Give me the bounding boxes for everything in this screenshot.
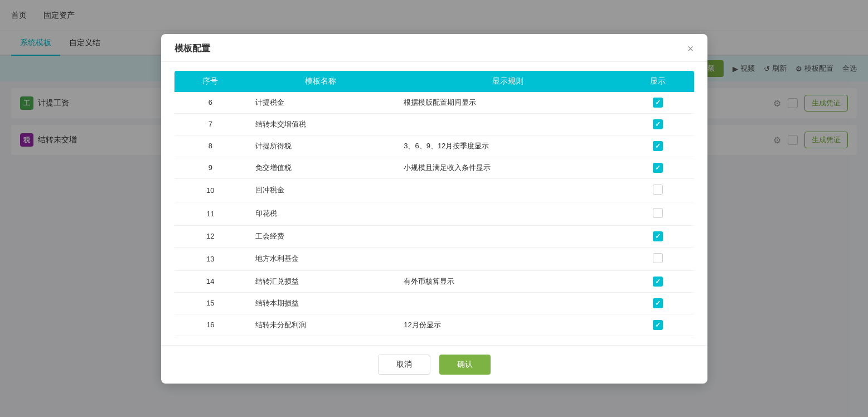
cell-rule: 12月份显示 — [395, 314, 622, 336]
cell-checkbox — [622, 113, 694, 135]
cell-id: 7 — [174, 113, 247, 135]
checkbox-16[interactable] — [653, 320, 663, 330]
checkbox-12[interactable] — [653, 231, 663, 241]
cell-id: 6 — [174, 92, 247, 114]
cell-rule: 有外币核算显示 — [395, 270, 622, 292]
cell-name: 地方水利基金 — [246, 247, 395, 270]
template-config-modal: 模板配置 × 序号 模板名称 显示规则 显示 6计提税金根据模版配置期间显示7结… — [161, 34, 707, 384]
table-row: 14结转汇兑损益有外币核算显示 — [174, 270, 694, 292]
cell-name: 印花税 — [246, 202, 395, 225]
cell-id: 14 — [174, 270, 247, 292]
cell-rule: 小规模且满足收入条件显示 — [395, 157, 622, 178]
checkbox-9[interactable] — [653, 163, 663, 173]
checkbox-8[interactable] — [653, 141, 663, 151]
cell-checkbox — [622, 225, 694, 247]
cell-rule — [395, 113, 622, 135]
cell-name: 计提所得税 — [246, 135, 395, 157]
col-header-rule: 显示规则 — [395, 71, 622, 92]
checkbox-15[interactable] — [653, 298, 663, 308]
cell-rule — [395, 292, 622, 314]
cell-rule — [395, 178, 622, 202]
close-icon[interactable]: × — [687, 43, 694, 54]
checkbox-7[interactable] — [653, 119, 663, 129]
modal-body: 序号 模板名称 显示规则 显示 6计提税金根据模版配置期间显示7结转未交增值税8… — [161, 62, 707, 345]
checkbox-14[interactable] — [653, 277, 663, 287]
confirm-button[interactable]: 确认 — [439, 355, 491, 375]
cell-checkbox — [622, 292, 694, 314]
cell-rule — [395, 247, 622, 270]
cell-rule — [395, 225, 622, 247]
cell-name: 结转未分配利润 — [246, 314, 395, 336]
cell-name: 计提税金 — [246, 92, 395, 114]
cell-checkbox — [622, 247, 694, 270]
cell-checkbox — [622, 314, 694, 336]
checkbox-6[interactable] — [653, 98, 663, 108]
cell-checkbox — [622, 270, 694, 292]
modal-header: 模板配置 × — [161, 34, 707, 62]
cell-id: 11 — [174, 202, 247, 225]
cell-id: 8 — [174, 135, 247, 157]
cell-checkbox — [622, 135, 694, 157]
cell-rule: 根据模版配置期间显示 — [395, 92, 622, 114]
checkbox-11[interactable] — [653, 208, 663, 218]
col-header-id: 序号 — [174, 71, 247, 92]
cell-id: 9 — [174, 157, 247, 178]
cell-id: 10 — [174, 178, 247, 202]
cell-id: 12 — [174, 225, 247, 247]
checkbox-13[interactable] — [653, 253, 663, 263]
cell-checkbox — [622, 202, 694, 225]
col-header-name: 模板名称 — [246, 71, 395, 92]
table-row: 13地方水利基金 — [174, 247, 694, 270]
cell-name: 回冲税金 — [246, 178, 395, 202]
cell-checkbox — [622, 178, 694, 202]
modal-footer: 取消 确认 — [161, 345, 707, 384]
table-row: 11印花税 — [174, 202, 694, 225]
col-header-display: 显示 — [622, 71, 694, 92]
cell-rule: 3、6、9、12月按季度显示 — [395, 135, 622, 157]
cell-name: 免交增值税 — [246, 157, 395, 178]
cell-name: 结转汇兑损益 — [246, 270, 395, 292]
cell-name: 结转本期损益 — [246, 292, 395, 314]
table-row: 15结转本期损益 — [174, 292, 694, 314]
table-row: 16结转未分配利润12月份显示 — [174, 314, 694, 336]
cell-id: 15 — [174, 292, 247, 314]
cell-id: 16 — [174, 314, 247, 336]
table-row: 6计提税金根据模版配置期间显示 — [174, 92, 694, 114]
modal-title: 模板配置 — [174, 43, 210, 55]
table-row: 9免交增值税小规模且满足收入条件显示 — [174, 157, 694, 178]
modal-overlay: 模板配置 × 序号 模板名称 显示规则 显示 6计提税金根据模版配置期间显示7结… — [0, 0, 868, 417]
cell-checkbox — [622, 92, 694, 114]
cell-id: 13 — [174, 247, 247, 270]
cell-checkbox — [622, 157, 694, 178]
cell-name: 工会经费 — [246, 225, 395, 247]
cancel-button[interactable]: 取消 — [378, 355, 430, 375]
table-row: 8计提所得税3、6、9、12月按季度显示 — [174, 135, 694, 157]
cell-name: 结转未交增值税 — [246, 113, 395, 135]
cell-rule — [395, 202, 622, 225]
checkbox-10[interactable] — [653, 185, 663, 195]
config-table: 序号 模板名称 显示规则 显示 6计提税金根据模版配置期间显示7结转未交增值税8… — [174, 71, 694, 336]
table-row: 7结转未交增值税 — [174, 113, 694, 135]
table-row: 10回冲税金 — [174, 178, 694, 202]
table-header-row: 序号 模板名称 显示规则 显示 — [174, 71, 694, 92]
table-row: 12工会经费 — [174, 225, 694, 247]
